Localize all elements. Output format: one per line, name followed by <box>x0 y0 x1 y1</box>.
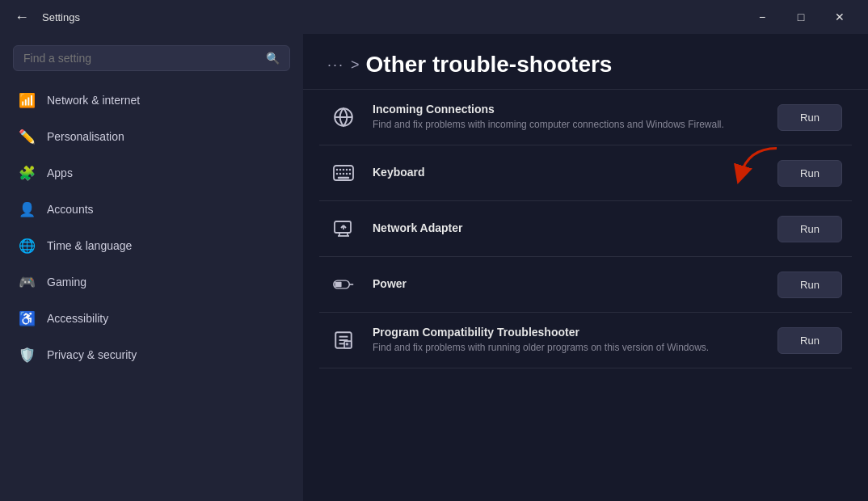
keyboard-title: Keyboard <box>373 166 763 179</box>
ts-item-power: Power Run <box>319 257 852 313</box>
ts-item-network-adapter: Network Adapter Run <box>319 201 852 257</box>
sidebar-item-label-time: Time & language <box>47 239 132 252</box>
sidebar-item-accessibility[interactable]: ♿ Accessibility <box>6 301 297 336</box>
ts-item-incoming: Incoming Connections Find and fix proble… <box>319 90 852 145</box>
network-adapter-text: Network Adapter <box>373 221 763 237</box>
sidebar-item-network[interactable]: 📶 Network & internet <box>6 82 297 118</box>
search-box[interactable]: 🔍 <box>13 45 290 71</box>
power-title: Power <box>373 277 763 290</box>
breadcrumb-separator: > <box>351 57 360 74</box>
power-text: Power <box>373 277 763 293</box>
sidebar-item-time[interactable]: 🌐 Time & language <box>6 228 297 263</box>
incoming-connections-desc: Find and fix problems with incoming comp… <box>373 118 763 132</box>
title-bar: ← Settings − □ ✕ <box>0 0 868 34</box>
program-compat-icon <box>329 326 358 355</box>
content-area: ··· > Other trouble-shooters Incoming Co… <box>303 34 868 501</box>
window-controls: − □ ✕ <box>744 4 858 30</box>
search-icon: 🔍 <box>266 52 280 65</box>
power-icon <box>329 270 358 299</box>
ts-item-program-compat: Program Compatibility Troubleshooter Fin… <box>319 313 852 368</box>
incoming-connections-title: Incoming Connections <box>373 103 763 116</box>
privacy-icon: 🛡️ <box>18 346 36 364</box>
keyboard-run-button[interactable]: Run <box>777 160 842 187</box>
title-bar-left: ← Settings <box>10 6 80 29</box>
sidebar-item-label-accessibility: Accessibility <box>47 312 108 325</box>
program-compat-desc: Find and fix problems with running older… <box>373 341 763 355</box>
accounts-icon: 👤 <box>18 200 36 218</box>
back-button[interactable]: ← <box>10 6 34 29</box>
sidebar-item-label-accounts: Accounts <box>47 203 94 216</box>
troubleshooter-list: Incoming Connections Find and fix proble… <box>303 90 868 501</box>
nav-items: 📶 Network & internet ✏️ Personalisation … <box>0 79 303 376</box>
svg-rect-22 <box>335 282 341 288</box>
program-compat-text: Program Compatibility Troubleshooter Fin… <box>373 326 763 355</box>
minimize-button[interactable]: − <box>744 4 781 30</box>
sidebar-item-label-network: Network & internet <box>47 94 140 107</box>
network-icon: 📶 <box>18 91 36 109</box>
time-icon: 🌐 <box>18 237 36 255</box>
page-title: Other trouble-shooters <box>366 52 613 78</box>
sidebar-item-privacy[interactable]: 🛡️ Privacy & security <box>6 337 297 373</box>
sidebar-item-accounts[interactable]: 👤 Accounts <box>6 192 297 227</box>
power-run-button[interactable]: Run <box>777 272 842 298</box>
maximize-button[interactable]: □ <box>782 4 820 30</box>
personalisation-icon: ✏️ <box>18 128 36 145</box>
sidebar-item-personalisation[interactable]: ✏️ Personalisation <box>6 119 297 154</box>
sidebar-item-label-gaming: Gaming <box>47 276 86 288</box>
incoming-connections-icon <box>329 103 358 132</box>
app-title: Settings <box>42 11 80 23</box>
sidebar-item-label-personalisation: Personalisation <box>47 130 124 143</box>
program-compat-title: Program Compatibility Troubleshooter <box>373 326 763 339</box>
network-adapter-icon <box>329 214 358 243</box>
network-adapter-run-button[interactable]: Run <box>777 216 842 242</box>
incoming-connections-text: Incoming Connections Find and fix proble… <box>373 103 763 132</box>
incoming-connections-run-button[interactable]: Run <box>777 104 842 131</box>
search-input[interactable] <box>23 52 259 65</box>
close-button[interactable]: ✕ <box>821 4 858 30</box>
sidebar-item-gaming[interactable]: 🎮 Gaming <box>6 264 297 300</box>
ts-item-keyboard: Keyboard Run <box>319 145 852 201</box>
sidebar-item-label-apps: Apps <box>47 166 73 179</box>
sidebar: 🔍 📶 Network & internet ✏️ Personalisatio… <box>0 34 303 501</box>
keyboard-icon <box>329 158 358 187</box>
accessibility-icon: ♿ <box>18 309 36 327</box>
sidebar-item-apps[interactable]: 🧩 Apps <box>6 155 297 191</box>
gaming-icon: 🎮 <box>18 273 36 291</box>
sidebar-item-label-privacy: Privacy & security <box>47 348 137 361</box>
breadcrumb-dots: ··· <box>327 57 344 74</box>
program-compat-run-button[interactable]: Run <box>777 327 842 354</box>
breadcrumb: ··· > Other trouble-shooters <box>303 34 868 89</box>
keyboard-text: Keyboard <box>373 166 763 181</box>
main-layout: 🔍 📶 Network & internet ✏️ Personalisatio… <box>0 34 868 501</box>
apps-icon: 🧩 <box>18 164 36 182</box>
network-adapter-title: Network Adapter <box>373 221 763 234</box>
